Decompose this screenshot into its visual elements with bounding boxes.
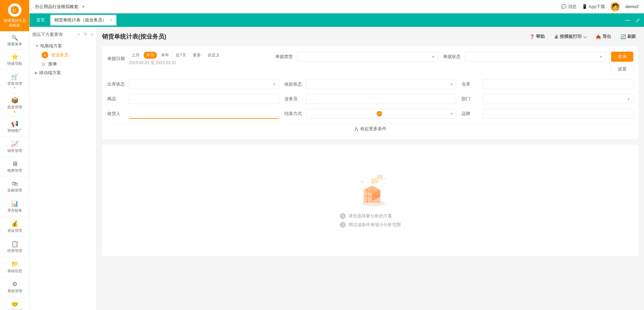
help-button[interactable]: ❓ 帮助: [527, 32, 547, 41]
sidebar-item-marketing[interactable]: 📢 营销推广: [0, 117, 29, 137]
user-avatar[interactable]: 🧑: [610, 2, 620, 11]
sidebar-label-retail: 零售管理: [7, 81, 22, 86]
user-name[interactable]: demo2: [625, 4, 639, 9]
department-label: 部门: [462, 96, 480, 102]
tab-maximize-button[interactable]: ⤢: [634, 16, 641, 25]
wholesale-arrow: ▲: [13, 110, 16, 113]
date-filter: 单据日期 上月 本月 本年 近7天 更多 自定义 2023-03-01 至 20…: [107, 52, 270, 66]
edit-scheme-button[interactable]: ✎: [83, 31, 88, 38]
sidebar-item-inventory[interactable]: 📊 库存核算: [0, 197, 29, 217]
topbar: 办公用品行业模拟账套 ▼ 💬 消息 📱 App下载 🧑 demo2: [30, 0, 644, 13]
consignee-input[interactable]: ···: [129, 109, 279, 119]
warehouse-label: 仓库: [462, 81, 480, 87]
date-tag-more[interactable]: 更多: [190, 52, 204, 59]
messages-button[interactable]: 💬 消息: [561, 4, 577, 10]
out-status-select[interactable]: ▼: [129, 79, 279, 89]
svg-text:✦: ✦: [387, 188, 389, 190]
sidebar-item-ecommerce[interactable]: 🖥 电商管理: [0, 157, 29, 177]
sidebar-label-corp: 企业协同: [7, 309, 22, 310]
doc-status-select[interactable]: ▼: [465, 52, 606, 62]
sidebar-item-retail[interactable]: 🛒 零售管理 ▼: [0, 70, 29, 93]
goods-input[interactable]: ···: [129, 94, 279, 104]
salesperson-label: 业务员: [284, 96, 303, 102]
content-area: 按以下方案查询 ＋ ✎ « ▼ 电脑端方案 按业务员: [30, 27, 644, 310]
receive-status-filter: 收款状态 ▼: [284, 79, 456, 89]
sidebar-item-system[interactable]: ⚙ 系统管理: [0, 277, 29, 297]
department-select[interactable]: ▼: [483, 94, 633, 104]
date-tag-last-month[interactable]: 上月: [129, 52, 142, 59]
tab-home-label: 首页: [36, 17, 45, 23]
topbar-right: 💬 消息 📱 App下载 🧑 demo2: [561, 2, 639, 11]
sidebar-item-operations[interactable]: 📋 经营管理: [0, 237, 29, 257]
page-title-text: 销货单统计表(按业务员): [102, 33, 166, 41]
sidebar-label-purchase: 采购管理: [7, 188, 22, 193]
doc-status-label: 单据状态: [443, 54, 462, 60]
mobile-scheme-label: 移动端方案: [39, 70, 61, 76]
quick-nav[interactable]: ⭐ 快捷导航: [0, 50, 29, 70]
sidebar-item-finance[interactable]: 💰 资金管理: [0, 217, 29, 237]
collapse-panel-button[interactable]: «: [90, 31, 94, 38]
settings-button[interactable]: 设置: [611, 64, 633, 74]
page-title-row: 销货单统计表(按业务员) ❓ 帮助 🖨 按模板打印 📤 导出: [102, 32, 639, 41]
warehouse-dots: ···: [486, 82, 490, 87]
app-download-button[interactable]: 📱 App下载: [582, 4, 605, 10]
tab-close-icon[interactable]: ×: [110, 18, 112, 22]
messages-icon: 💬: [561, 4, 567, 9]
department-chevron: ▼: [627, 97, 630, 101]
goods-label: 商品: [107, 96, 126, 102]
svg-rect-9: [377, 174, 383, 179]
date-tag-this-month[interactable]: 本月: [144, 52, 157, 59]
tabbar: 首页 销货单统计表（按业务员） × — ⤢: [30, 13, 644, 27]
filter-row-3: 商品 ··· 业务员 ··· 部门: [107, 94, 633, 104]
scheme-by-order[interactable]: ⊞ 按单: [39, 60, 94, 68]
sidebar-item-corp[interactable]: 🤝 企业协同: [0, 297, 29, 310]
scheme-by-salesperson[interactable]: 按业务员: [39, 50, 94, 60]
salesperson-input[interactable]: ···: [306, 94, 456, 104]
svg-text:好: 好: [12, 8, 16, 13]
mobile-scheme-header[interactable]: ▶ 移动端方案: [32, 68, 94, 77]
sidebar-item-sales[interactable]: 📈 销售管理: [0, 137, 29, 157]
app-download-label: App下载: [589, 4, 605, 10]
refresh-button[interactable]: 🔄 刷新: [618, 32, 639, 41]
logo[interactable]: 好 畅捷通好生意 标账版: [0, 0, 29, 31]
desktop-scheme-header[interactable]: ▼ 电脑端方案: [32, 42, 94, 50]
filter-card: 单据日期 上月 本月 本年 近7天 更多 自定义 2023-03-01 至 20…: [102, 46, 639, 139]
sidebar-label-inventory: 库存核算: [7, 208, 22, 213]
doc-type-select[interactable]: ▼: [297, 52, 438, 62]
doc-type-chevron: ▼: [431, 55, 435, 59]
svg-rect-7: [364, 196, 380, 197]
filter-row-2: 出库状态 ▼ 收款状态 ▼ 仓库: [107, 79, 633, 89]
tab-close-all-button[interactable]: —: [624, 16, 632, 24]
query-button[interactable]: 查询: [611, 52, 633, 62]
sidebar-item-basic-info[interactable]: 📁 基础信息: [0, 257, 29, 277]
date-range-text: 2023-03-01 至 2023-03-31: [129, 60, 270, 66]
payment-select[interactable]: × ▼: [306, 109, 456, 119]
sidebar-item-wholesale[interactable]: 📦 批发管理 ▲: [0, 93, 29, 117]
out-status-filter: 出库状态 ▼: [107, 79, 279, 89]
print-button[interactable]: 🖨 按模板打印: [551, 32, 589, 41]
user-avatar-image: 🧑: [611, 3, 619, 10]
help-icon: ❓: [529, 34, 535, 39]
collapse-button[interactable]: ⋀ 收起更多条件: [107, 123, 633, 134]
brand-input[interactable]: ···: [483, 109, 633, 119]
tab-sales-stats[interactable]: 销货单统计表（按业务员） ×: [50, 15, 116, 25]
industry-dropdown-icon[interactable]: ▼: [81, 4, 85, 9]
sidebar-label-system: 系统管理: [7, 289, 22, 294]
search-menu-label: 搜索菜单: [0, 42, 29, 47]
search-menu-button[interactable]: 🔍 搜索菜单: [0, 31, 29, 50]
export-button[interactable]: 📤 导出: [593, 32, 614, 41]
tab-home[interactable]: 首页: [32, 15, 49, 25]
empty-tip-1: 1 请先选择要分析的方案: [340, 212, 401, 220]
payment-chevron: ▼: [450, 112, 453, 116]
doc-type-filter: 单据类型 ▼: [275, 52, 438, 62]
sidebar-item-purchase[interactable]: 🛍 采购管理: [0, 177, 29, 197]
date-tag-this-year[interactable]: 本年: [158, 52, 172, 59]
add-scheme-button[interactable]: ＋: [75, 31, 82, 38]
goods-filter: 商品 ···: [107, 94, 279, 104]
date-tag-custom[interactable]: 自定义: [205, 52, 222, 59]
payment-clear-icon[interactable]: ×: [377, 111, 382, 116]
warehouse-input[interactable]: ···: [483, 79, 633, 89]
desktop-scheme-label: 电脑端方案: [40, 43, 62, 49]
receive-status-select[interactable]: ▼: [306, 79, 456, 89]
date-tag-7days[interactable]: 近7天: [173, 52, 189, 59]
